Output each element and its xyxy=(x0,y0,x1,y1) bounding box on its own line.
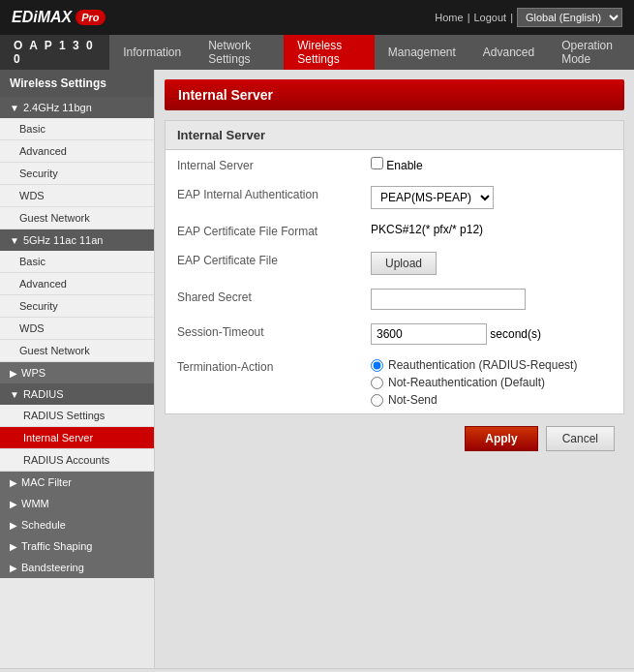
sidebar-header: Wireless Settings xyxy=(0,70,154,97)
select-eap-auth[interactable]: PEAP(MS-PEAP) EAP-TLS EAP-TTLS xyxy=(371,186,494,209)
arrow-icon: ▶ xyxy=(10,499,17,509)
nav-information[interactable]: Information xyxy=(109,35,195,70)
checkbox-label: Enable xyxy=(386,159,422,172)
row-shared-secret: Shared Secret xyxy=(166,282,623,317)
main-nav: O A P 1 3 0 0 Information Network Settin… xyxy=(0,35,634,70)
nav-operation-mode[interactable]: Operation Mode xyxy=(548,35,634,70)
sidebar-item-advanced-2ghz[interactable]: Advanced xyxy=(0,140,154,163)
radio-not-send[interactable]: Not-Send xyxy=(371,393,612,407)
brand-pro: Pro xyxy=(75,10,105,25)
app-title: O A P 1 3 0 0 xyxy=(0,35,109,70)
radio-not-reauthentication[interactable]: Not-Reauthentication (Default) xyxy=(371,376,612,389)
row-termination-action: Termination-Action Reauthentication (RAD… xyxy=(166,351,623,413)
nav-wireless-settings[interactable]: Wireless Settings xyxy=(284,35,375,70)
sidebar-group-label: WPS xyxy=(21,367,45,379)
radio-group-termination: Reauthentication (RADIUS-Request) Not-Re… xyxy=(371,358,612,407)
label-cert-file: EAP Certificate File xyxy=(166,245,359,282)
sidebar-group-label: 2.4GHz 11bgn xyxy=(23,102,92,113)
radio-reauthentication[interactable]: Reauthentication (RADIUS-Request) xyxy=(371,358,612,372)
sidebar-group-5ghz[interactable]: ▼ 5GHz 11ac 11an xyxy=(0,229,154,251)
home-link[interactable]: Home xyxy=(435,12,463,23)
row-internal-server: Internal Server Enable xyxy=(166,150,623,179)
language-select[interactable]: Global (English) xyxy=(517,8,622,27)
sidebar-item-security-5ghz[interactable]: Security xyxy=(0,295,154,318)
arrow-icon: ▼ xyxy=(10,103,19,113)
label-shared-secret: Shared Secret xyxy=(166,282,359,317)
label-cert-format: EAP Certificate File Format xyxy=(166,216,359,245)
sidebar-item-advanced-5ghz[interactable]: Advanced xyxy=(0,273,154,295)
sidebar-item-radius-accounts[interactable]: RADIUS Accounts xyxy=(0,449,154,472)
row-eap-auth: EAP Internal Authentication PEAP(MS-PEAP… xyxy=(166,179,623,216)
sidebar-group-wps[interactable]: ▶ WPS xyxy=(0,362,154,383)
arrow-icon: ▶ xyxy=(10,368,17,379)
value-eap-auth: PEAP(MS-PEAP) EAP-TLS EAP-TTLS xyxy=(359,179,623,216)
logo: EDiMAX Pro xyxy=(12,9,106,26)
page-header: Internal Server xyxy=(165,79,624,110)
apply-button[interactable]: Apply xyxy=(465,426,537,451)
section-title: Internal Server xyxy=(166,121,623,150)
label-eap-auth: EAP Internal Authentication xyxy=(166,179,359,216)
row-cert-file: EAP Certificate File Upload xyxy=(166,245,623,282)
top-bar: EDiMAX Pro Home | Logout | Global (Engli… xyxy=(0,0,634,35)
nav-items: Information Network Settings Wireless Se… xyxy=(109,35,634,70)
value-cert-format: PKCS#12(* pfx/* p12) xyxy=(359,216,623,245)
sidebar-group-traffic-shaping[interactable]: ▶ Traffic Shaping xyxy=(0,535,154,557)
sidebar-group-label: RADIUS xyxy=(23,388,64,400)
upload-button[interactable]: Upload xyxy=(371,252,437,275)
sidebar-group-label: WMM xyxy=(21,498,49,509)
arrow-icon: ▶ xyxy=(10,541,17,552)
sidebar-group-radius[interactable]: ▼ RADIUS xyxy=(0,383,154,405)
sidebar-group-label: 5GHz 11ac 11an xyxy=(23,234,104,246)
sidebar-group-label: MAC Filter xyxy=(21,476,72,488)
value-cert-file: Upload xyxy=(359,245,623,282)
sidebar-item-security-2ghz[interactable]: Security xyxy=(0,163,154,185)
radio-label-not-reauthentication: Not-Reauthentication (Default) xyxy=(388,376,545,389)
value-termination-action: Reauthentication (RADIUS-Request) Not-Re… xyxy=(359,351,623,413)
sidebar-group-label: Bandsteering xyxy=(21,562,84,573)
arrow-icon: ▶ xyxy=(10,563,17,573)
sidebar-item-wds-5ghz[interactable]: WDS xyxy=(0,318,154,340)
top-links: Home | Logout | Global (English) xyxy=(435,8,622,27)
label-termination-action: Termination-Action xyxy=(166,351,359,413)
sidebar-group-wmm[interactable]: ▶ WMM xyxy=(0,493,154,514)
arrow-icon: ▼ xyxy=(10,389,19,400)
radio-label-not-send: Not-Send xyxy=(388,393,438,407)
radio-label-reauthentication: Reauthentication (RADIUS-Request) xyxy=(388,358,577,372)
radio-input-reauthentication[interactable] xyxy=(371,359,383,372)
radio-input-not-reauthentication[interactable] xyxy=(371,377,383,389)
row-cert-format: EAP Certificate File Format PKCS#12(* pf… xyxy=(166,216,623,245)
input-session-timeout[interactable] xyxy=(371,323,487,345)
checkbox-internal-server[interactable] xyxy=(371,157,383,169)
action-row: Apply Cancel xyxy=(165,414,624,463)
value-shared-secret xyxy=(359,282,623,317)
sidebar-item-guest-2ghz[interactable]: Guest Network xyxy=(0,207,154,229)
row-session-timeout: Session-Timeout second(s) xyxy=(166,317,623,351)
sidebar-group-schedule[interactable]: ▶ Schedule xyxy=(0,514,154,535)
sidebar-item-guest-5ghz[interactable]: Guest Network xyxy=(0,340,154,362)
arrow-icon: ▼ xyxy=(10,235,19,246)
sidebar-group-bandsteering[interactable]: ▶ Bandsteering xyxy=(0,557,154,578)
cancel-button[interactable]: Cancel xyxy=(546,426,615,451)
footer: Copyright 2017 © EDIMAX Technology Co., … xyxy=(0,668,634,672)
timeout-unit: second(s) xyxy=(490,327,541,341)
form-table: Internal Server Enable EAP Internal Auth… xyxy=(166,150,623,413)
sidebar-item-radius-settings[interactable]: RADIUS Settings xyxy=(0,405,154,427)
logout-link[interactable]: Logout xyxy=(473,12,506,23)
main-content: Internal Server Internal Server Internal… xyxy=(155,70,634,668)
radio-input-not-send[interactable] xyxy=(371,394,383,407)
sidebar-item-internal-server[interactable]: Internal Server xyxy=(0,427,154,449)
label-session-timeout: Session-Timeout xyxy=(166,317,359,351)
content-wrapper: Wireless Settings ▼ 2.4GHz 11bgn Basic A… xyxy=(0,70,634,668)
section-box: Internal Server Internal Server Enable E… xyxy=(165,120,624,414)
sidebar-group-2ghz[interactable]: ▼ 2.4GHz 11bgn xyxy=(0,97,154,118)
nav-network-settings[interactable]: Network Settings xyxy=(195,35,284,70)
sidebar-item-basic-5ghz[interactable]: Basic xyxy=(0,251,154,273)
input-shared-secret[interactable] xyxy=(371,289,526,310)
nav-management[interactable]: Management xyxy=(375,35,469,70)
value-internal-server: Enable xyxy=(359,150,623,179)
sidebar-item-wds-2ghz[interactable]: WDS xyxy=(0,185,154,207)
brand-name: EDiMAX xyxy=(12,9,72,26)
nav-advanced[interactable]: Advanced xyxy=(469,35,548,70)
sidebar-item-basic-2ghz[interactable]: Basic xyxy=(0,118,154,140)
sidebar-group-mac-filter[interactable]: ▶ MAC Filter xyxy=(0,472,154,493)
